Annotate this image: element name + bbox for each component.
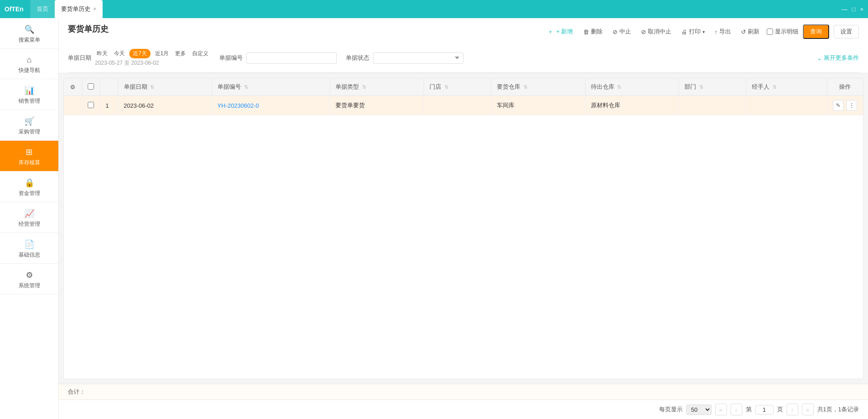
row-settings bbox=[64, 96, 82, 115]
delete-button[interactable]: 🗑 删除 bbox=[580, 26, 605, 38]
sort-icon-req-warehouse: ⇅ bbox=[524, 84, 528, 90]
page-size-select[interactable]: 20 50 100 200 bbox=[686, 405, 712, 415]
col-settings[interactable]: ⚙ bbox=[64, 78, 82, 96]
col-doc-date[interactable]: 单据日期 ⇅ bbox=[118, 78, 212, 96]
row-actions-cell: ✎ ⋮ bbox=[827, 96, 863, 115]
shortcut-today[interactable]: 今天 bbox=[112, 49, 127, 58]
table-header: ⚙ 单据日期 ⇅ 单据编号 ⇅ bbox=[64, 78, 863, 96]
display-detail-toggle[interactable]: 显示明细 bbox=[767, 28, 798, 36]
sort-icon-department: ⇅ bbox=[699, 84, 703, 90]
sidebar-item-sales[interactable]: 📊 销售管理 bbox=[0, 79, 58, 110]
col-doc-number[interactable]: 单据编号 ⇅ bbox=[212, 78, 330, 96]
col-index bbox=[100, 78, 118, 96]
row-more-btn[interactable]: ⋮ bbox=[846, 100, 857, 111]
row-handler bbox=[746, 96, 827, 115]
col-doc-type[interactable]: 单据类型 ⇅ bbox=[330, 78, 424, 96]
next-page-btn[interactable]: › bbox=[787, 404, 798, 415]
row-edit-btn[interactable]: ✎ bbox=[833, 100, 844, 111]
cancel-stop-button[interactable]: ⊘ 取消中止 bbox=[638, 26, 674, 38]
doc-status-select[interactable]: 待审核 已审核 已中止 bbox=[373, 52, 463, 64]
select-all-checkbox[interactable] bbox=[88, 83, 94, 90]
main-layout: 🔍 搜索菜单 ⌂ 快捷导航 📊 销售管理 🛒 采购管理 ⊞ 库存核算 🔒 资金管… bbox=[0, 18, 868, 419]
new-button[interactable]: ＋ + 新增 bbox=[545, 26, 576, 38]
refresh-icon: ↺ bbox=[741, 29, 746, 35]
shortcut-more[interactable]: 更多 bbox=[173, 49, 188, 58]
prev-page-btn[interactable]: ‹ bbox=[731, 404, 742, 415]
stop-button[interactable]: ⊘ 中止 bbox=[610, 26, 634, 38]
window-close-btn[interactable]: × bbox=[860, 6, 863, 13]
doc-number-link[interactable]: YH-20230602-0 bbox=[217, 102, 259, 109]
sort-icon-handler: ⇅ bbox=[773, 84, 777, 90]
row-department bbox=[679, 96, 746, 115]
sort-icon-doc-date: ⇅ bbox=[150, 84, 154, 90]
col-store[interactable]: 门店 ⇅ bbox=[424, 78, 491, 96]
sales-icon: 📊 bbox=[24, 86, 34, 95]
sidebar-item-operations[interactable]: 📈 经营管理 bbox=[0, 202, 58, 233]
tab-home[interactable]: 首页 bbox=[30, 0, 55, 18]
sidebar: 🔍 搜索菜单 ⌂ 快捷导航 📊 销售管理 🛒 采购管理 ⊞ 库存核算 🔒 资金管… bbox=[0, 18, 59, 419]
date-filter: 单据日期 昨天 今天 近7天 近1月 更多 自定义 2023-05-27 至 2… bbox=[68, 49, 210, 67]
filter-row: 单据日期 昨天 今天 近7天 近1月 更多 自定义 2023-05-27 至 2… bbox=[68, 49, 859, 67]
total-pages-info: 共1页，1条记录 bbox=[817, 405, 859, 414]
sort-icon-doc-number: ⇅ bbox=[244, 84, 248, 90]
print-button[interactable]: 🖨 打印 ▾ bbox=[679, 26, 708, 38]
col-handler[interactable]: 经手人 ⇅ bbox=[746, 78, 827, 96]
refresh-button[interactable]: ↺ 刷新 bbox=[738, 26, 762, 38]
shortcut-1month[interactable]: 近1月 bbox=[153, 49, 171, 58]
sidebar-item-purchase[interactable]: 🛒 采购管理 bbox=[0, 110, 58, 141]
table-row: 1 2023-06-02 YH-20230602-0 要货单要货 车间库 原材料… bbox=[64, 96, 863, 115]
export-icon: ↑ bbox=[715, 29, 718, 35]
col-department[interactable]: 部门 ⇅ bbox=[679, 78, 746, 96]
sidebar-item-search[interactable]: 🔍 搜索菜单 bbox=[0, 18, 58, 49]
last-page-btn[interactable]: » bbox=[802, 404, 814, 415]
col-action: 操作 bbox=[827, 78, 863, 96]
display-detail-checkbox[interactable] bbox=[767, 29, 773, 35]
shortcut-custom[interactable]: 自定义 bbox=[190, 49, 210, 58]
table-footer: 合计： bbox=[59, 384, 868, 400]
tab-active[interactable]: 要货单历史 × bbox=[55, 0, 103, 18]
query-button[interactable]: 查询 bbox=[803, 24, 829, 39]
maximize-btn[interactable]: □ bbox=[852, 6, 856, 13]
row-store bbox=[424, 96, 491, 115]
filter-area: 单据日期 昨天 今天 近7天 近1月 更多 自定义 2023-05-27 至 2… bbox=[68, 44, 859, 73]
stop-icon: ⊘ bbox=[613, 29, 618, 35]
table-body: 1 2023-06-02 YH-20230602-0 要货单要货 车间库 原材料… bbox=[64, 96, 863, 115]
shortcut-7days[interactable]: 近7天 bbox=[129, 49, 151, 58]
sidebar-item-finance[interactable]: 🔒 资金管理 bbox=[0, 171, 58, 202]
tab-close-icon[interactable]: × bbox=[93, 6, 96, 12]
first-page-btn[interactable]: « bbox=[715, 404, 727, 415]
purchase-icon: 🛒 bbox=[24, 116, 34, 126]
pagination-bar: 每页显示 20 50 100 200 « ‹ 第 页 › » 共1页，1条记录 bbox=[59, 400, 868, 419]
sort-icon-doc-type: ⇅ bbox=[362, 84, 366, 90]
export-button[interactable]: ↑ 导出 bbox=[712, 26, 734, 38]
finance-icon: 🔒 bbox=[24, 178, 34, 188]
minimize-btn[interactable]: — bbox=[842, 6, 848, 13]
sidebar-item-inventory[interactable]: ⊞ 库存核算 bbox=[0, 141, 58, 171]
data-table: ⚙ 单据日期 ⇅ 单据编号 ⇅ bbox=[64, 78, 863, 115]
col-checkbox bbox=[82, 78, 100, 96]
doc-number-label: 单据编号 bbox=[219, 54, 243, 62]
doc-status-filter: 单据状态 待审核 已审核 已中止 bbox=[346, 52, 463, 64]
total-label: 合计： bbox=[68, 388, 85, 396]
shortcut-yesterday[interactable]: 昨天 bbox=[95, 49, 109, 58]
doc-number-input[interactable] bbox=[246, 52, 337, 64]
page-input[interactable] bbox=[755, 405, 774, 414]
expand-filter-btn[interactable]: ⌄ 展开更多条件 bbox=[817, 54, 859, 62]
tab-bar: 首页 要货单历史 × bbox=[30, 0, 103, 18]
operations-icon: 📈 bbox=[24, 209, 34, 219]
col-req-warehouse[interactable]: 要货仓库 ⇅ bbox=[491, 78, 585, 96]
settings-button[interactable]: 设置 bbox=[834, 25, 859, 38]
expand-icon: ⌄ bbox=[817, 55, 822, 62]
page-title: 要货单历史 bbox=[68, 24, 108, 34]
col-pending-warehouse[interactable]: 待出仓库 ⇅ bbox=[585, 78, 679, 96]
row-checkbox[interactable] bbox=[88, 102, 94, 108]
sidebar-item-system[interactable]: ⚙ 系统管理 bbox=[0, 264, 58, 295]
top-bar: OfTEn 首页 要货单历史 × — □ × bbox=[0, 0, 868, 18]
row-index: 1 bbox=[100, 96, 118, 115]
sidebar-item-quicknav[interactable]: ⌂ 快捷导航 bbox=[0, 49, 58, 79]
window-controls: — □ × bbox=[842, 6, 863, 13]
row-doc-type: 要货单要货 bbox=[330, 96, 424, 115]
sidebar-item-basicinfo[interactable]: 📄 基础信息 bbox=[0, 233, 58, 264]
print-icon: 🖨 bbox=[681, 29, 687, 35]
cancel-stop-icon: ⊘ bbox=[641, 29, 646, 35]
